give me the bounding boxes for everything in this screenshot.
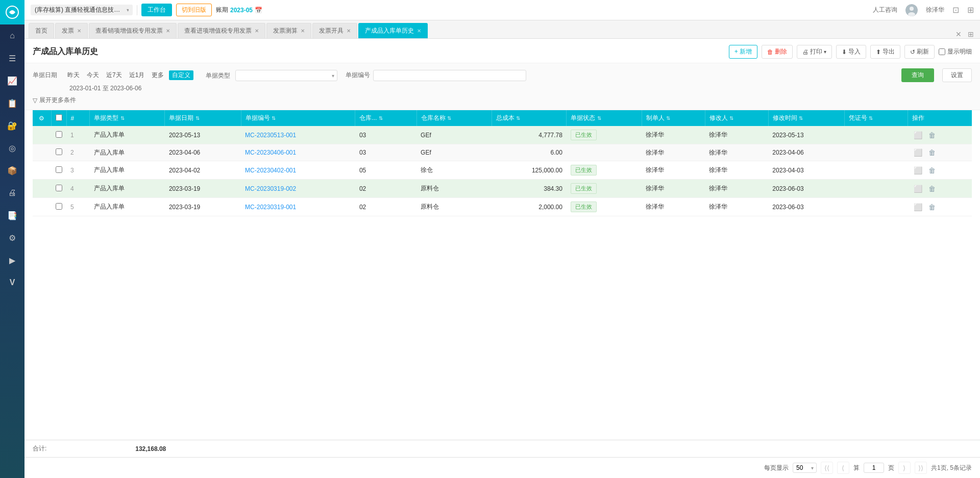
col-date[interactable]: 单据日期 ⇅ <box>165 110 241 126</box>
cell-number[interactable]: MC-20230406-001 <box>241 144 355 161</box>
row-delete-btn[interactable]: 🗑 <box>927 148 937 157</box>
tab-close-all[interactable]: ✕ <box>953 30 964 38</box>
sidebar-item-circle[interactable]: ◎ <box>0 137 24 159</box>
cell-number[interactable]: MC-20230402-001 <box>241 161 355 180</box>
row-delete-btn[interactable]: 🗑 <box>927 184 937 193</box>
first-page-btn[interactable]: ⟨⟨ <box>821 462 833 474</box>
cell-settings[interactable] <box>33 198 51 216</box>
col-total-cost[interactable]: 总成本 ⇅ <box>492 110 567 126</box>
workbench-button[interactable]: 工作台 <box>141 4 172 16</box>
type-select[interactable] <box>235 70 337 81</box>
tab-home[interactable]: 首页 <box>29 23 54 38</box>
number-link[interactable]: MC-20230402-001 <box>245 167 296 174</box>
refresh-button[interactable]: ↺ 刷新 <box>904 45 935 59</box>
date-more[interactable]: 更多 <box>150 70 166 80</box>
cell-checkbox[interactable] <box>51 180 66 198</box>
cell-settings[interactable] <box>33 126 51 144</box>
number-input[interactable] <box>373 70 526 81</box>
expand-filter-btn[interactable]: ▽ 展开更多条件 <box>33 96 972 105</box>
cell-checkbox[interactable] <box>51 144 66 161</box>
cell-number[interactable]: MC-20230319-002 <box>241 180 355 198</box>
delete-button[interactable]: 🗑 删除 <box>762 45 793 59</box>
col-status[interactable]: 单据状态 ⇅ <box>567 110 642 126</box>
tab-purchase-invoice-close[interactable]: ✕ <box>255 28 259 34</box>
cell-number[interactable]: MC-20230513-001 <box>241 126 355 144</box>
company-selector[interactable]: (库存核算) 直播轻视通信息技术股份... ▾ <box>31 5 133 15</box>
row-edit-btn[interactable]: ⬜ <box>912 203 924 212</box>
cell-settings[interactable] <box>33 144 51 161</box>
print-button[interactable]: 🖨 打印 ▾ <box>797 45 832 59</box>
date-today[interactable]: 今天 <box>85 70 101 80</box>
window-maximize-btn[interactable]: ⊞ <box>967 5 974 15</box>
date-7days[interactable]: 近7天 <box>104 70 124 80</box>
support-btn[interactable]: 人工咨询 <box>873 6 897 14</box>
col-creator[interactable]: 制单人 ⇅ <box>642 110 705 126</box>
tab-expand[interactable]: ⊞ <box>966 30 976 38</box>
tab-calc[interactable]: 发票测算 ✕ <box>266 23 311 38</box>
col-warehouse-code[interactable]: 仓库... ⇅ <box>355 110 416 126</box>
row-delete-btn[interactable]: 🗑 <box>927 166 937 175</box>
user-name[interactable]: 徐泽华 <box>926 6 944 14</box>
cell-settings[interactable] <box>33 161 51 180</box>
tab-invoice-close[interactable]: ✕ <box>77 28 81 34</box>
tab-calc-close[interactable]: ✕ <box>301 28 305 34</box>
sidebar-item-print[interactable]: 🖨 <box>0 182 24 204</box>
import-button[interactable]: ⬇ 导入 <box>836 45 866 59</box>
select-all-checkbox[interactable] <box>56 114 62 121</box>
query-button[interactable]: 查询 <box>901 68 934 82</box>
col-modifier[interactable]: 修改人 ⇅ <box>705 110 768 126</box>
tab-product-instock-close[interactable]: ✕ <box>417 28 421 34</box>
number-link[interactable]: MC-20230513-001 <box>245 132 296 139</box>
col-modify-time[interactable]: 修改时间 ⇅ <box>768 110 844 126</box>
row-delete-btn[interactable]: 🗑 <box>927 203 937 212</box>
row-edit-btn[interactable]: ⬜ <box>912 184 924 193</box>
col-type[interactable]: 单据类型 ⇅ <box>90 110 165 126</box>
cell-settings[interactable] <box>33 180 51 198</box>
tab-sales-invoice-close[interactable]: ✕ <box>166 28 170 34</box>
sidebar-item-v[interactable]: V <box>0 271 24 294</box>
tab-invoice[interactable]: 发票 ✕ <box>55 23 88 38</box>
prev-page-btn[interactable]: ⟨ <box>837 462 849 474</box>
col-settings[interactable]: ⚙ <box>33 110 51 126</box>
number-link[interactable]: MC-20230406-001 <box>245 149 296 156</box>
tab-issue-close[interactable]: ✕ <box>347 28 351 34</box>
switch-version-button[interactable]: 切到旧版 <box>176 4 212 16</box>
row-edit-btn[interactable]: ⬜ <box>912 148 924 157</box>
show-detail-toggle[interactable]: 显示明细 <box>939 47 972 56</box>
cell-checkbox[interactable] <box>51 126 66 144</box>
tab-purchase-invoice[interactable]: 查看进项增值税专用发票 ✕ <box>178 23 265 38</box>
sidebar-item-lock[interactable]: 🔐 <box>0 114 24 137</box>
set-button[interactable]: 设置 <box>942 68 972 82</box>
window-minimize-btn[interactable]: ⊡ <box>952 5 959 15</box>
col-number[interactable]: 单据编号 ⇅ <box>241 110 355 126</box>
row-checkbox[interactable] <box>56 166 62 173</box>
date-custom[interactable]: 自定义 <box>169 70 193 80</box>
tab-product-instock[interactable]: 产成品入库单历史 ✕ <box>358 23 428 38</box>
col-checkbox-header[interactable] <box>51 110 66 126</box>
row-checkbox[interactable] <box>56 185 62 191</box>
sidebar-item-analytics[interactable]: 📈 <box>0 69 24 92</box>
sidebar-item-reports[interactable]: 📑 <box>0 204 24 227</box>
cell-checkbox[interactable] <box>51 198 66 216</box>
page-number-input[interactable] <box>864 463 884 473</box>
number-link[interactable]: MC-20230319-001 <box>245 204 296 211</box>
row-edit-btn[interactable]: ⬜ <box>912 131 924 140</box>
cell-checkbox[interactable] <box>51 161 66 180</box>
date-1month[interactable]: 近1月 <box>127 70 147 80</box>
new-button[interactable]: + 新增 <box>729 45 757 59</box>
sidebar-item-play[interactable]: ▶ <box>0 249 24 271</box>
show-detail-checkbox[interactable] <box>939 48 945 55</box>
row-checkbox[interactable] <box>56 203 62 210</box>
number-link[interactable]: MC-20230319-002 <box>245 185 296 192</box>
tab-issue[interactable]: 发票开具 ✕ <box>312 23 357 38</box>
row-edit-btn[interactable]: ⬜ <box>912 166 924 175</box>
sidebar-item-inventory[interactable]: 📦 <box>0 159 24 182</box>
date-yesterday[interactable]: 昨天 <box>65 70 82 80</box>
per-page-select[interactable]: 20 50 100 <box>793 463 817 473</box>
period-calendar-icon[interactable]: 📅 <box>255 7 262 14</box>
tab-sales-invoice[interactable]: 查看销项增值税专用发票 ✕ <box>89 23 177 38</box>
col-voucher[interactable]: 凭证号 ⇅ <box>845 110 908 126</box>
row-checkbox[interactable] <box>56 131 62 138</box>
cell-number[interactable]: MC-20230319-001 <box>241 198 355 216</box>
sidebar-item-invoice[interactable]: 📋 <box>0 92 24 114</box>
